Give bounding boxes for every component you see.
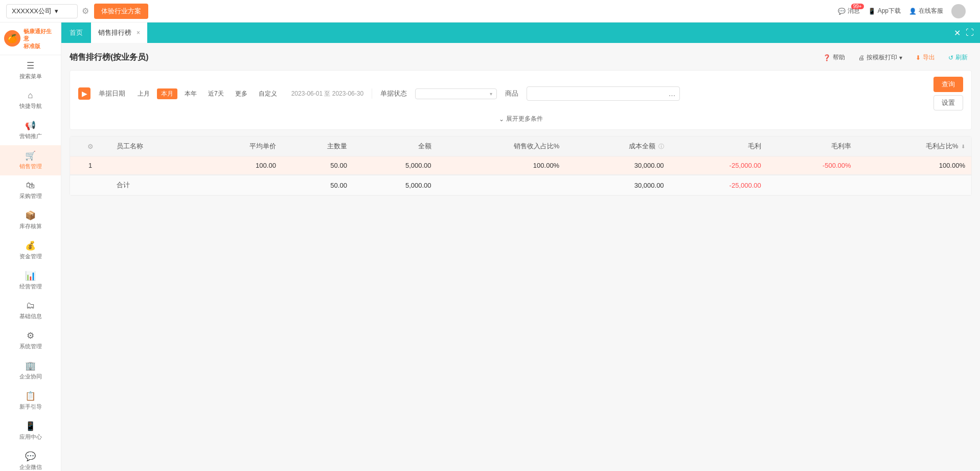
sidebar-item-search-order[interactable]: ☰ 搜索菜单 [0,55,61,85]
refresh-icon: ↺ [948,54,953,61]
finance-icon: 💰 [25,240,36,251]
table-container: ⚙ 员工名称 平均单价 主数量 全额 销售收入占比% 成本全额 ⓘ [70,136,972,196]
wechat-icon: 💬 [25,451,36,462]
app-download-label: App下载 [878,7,901,15]
expand-more-icon: ⌄ [499,116,504,123]
th-cost: 成本全额 ⓘ [565,137,670,156]
print-button[interactable]: 🖨 按模板打印 ▾ [854,51,906,64]
date-tab-custom[interactable]: 自定义 [255,88,281,99]
status-filter-label: 单据状态 [380,89,407,98]
footer-empty [70,175,110,195]
expand-more-label: 展开更多条件 [506,115,543,123]
sidebar-item-label: 销售管理 [19,163,42,170]
export-icon: ⬇ [916,54,921,61]
message-badge: 99+ [851,4,864,9]
export-button[interactable]: ⬇ 导出 [911,51,939,64]
sidebar-item-system[interactable]: ⚙ 系统管理 [0,325,61,355]
cost-info-icon[interactable]: ⓘ [658,143,664,149]
page-header: 销售排行榜(按业务员) ❓ 帮助 🖨 按模板打印 ▾ ⬇ [70,51,972,64]
sidebar-item-marketing[interactable]: 📢 营销推广 [0,115,61,145]
th-amount: 全额 [353,137,438,156]
refresh-button[interactable]: ↺ 刷新 [944,51,972,64]
cell-rank: 1 [70,156,110,175]
app-icon: 📱 [868,8,876,15]
date-tab-7days[interactable]: 近7天 [204,88,228,99]
cell-amount: 5,000.00 [353,156,438,175]
app-download-button[interactable]: 📱 App下载 [868,7,901,15]
expand-more-row: ⌄ 展开更多条件 [78,115,963,123]
footer-amount: 5,000.00 [353,175,438,195]
message-button[interactable]: 💬 消息 99+ [838,7,860,15]
cell-sales-ratio: 100.00% [438,156,566,175]
date-tab-last-month[interactable]: 上月 [133,88,154,99]
avatar[interactable] [951,4,966,18]
status-select[interactable]: ▾ [415,88,497,99]
sidebar-item-quick-nav[interactable]: ⌂ 快捷导航 [0,85,61,115]
online-service-label: 在线客服 [919,7,943,15]
online-service-button[interactable]: 👤 在线客服 [909,7,943,15]
footer-gross-ratio [857,175,971,195]
company-name: XXXXXX公司 [12,7,52,16]
sidebar-item-finance[interactable]: 💰 资金管理 [0,235,61,265]
sidebar-item-enterprise[interactable]: 🏢 企业协同 [0,355,61,386]
tab-close-window-icon[interactable]: ✕ [954,28,961,38]
filter-buttons: 查询 设置 [933,77,963,110]
app-center-icon: 📱 [25,421,36,432]
footer-gross: -25,000.00 [670,175,767,195]
tab-maximize-icon[interactable]: ⛶ [966,28,974,37]
sidebar-item-label: 搜索菜单 [19,73,42,80]
message-icon: 💬 [838,8,846,15]
goods-more-icon[interactable]: ... [669,89,675,98]
help-button[interactable]: ❓ 帮助 [819,51,849,64]
inventory-icon: 📦 [25,210,36,221]
purchase-icon: 🛍 [26,181,35,191]
sidebar-item-sales[interactable]: 🛒 销售管理 [0,145,61,175]
gross-ratio-sort-icon[interactable]: ⬇ [961,144,965,149]
logo-text: 畅康通好生意 标准版 [24,28,57,50]
cell-gross-ratio: 100.00% [857,156,971,175]
sidebar-item-app-center[interactable]: 📱 应用中心 [0,416,61,446]
th-settings[interactable]: ⚙ [70,137,110,156]
tab-sales-ranking[interactable]: 销售排行榜 × [91,23,147,43]
topbar-gear-icon[interactable]: ⚙ [82,6,89,16]
th-gross-ratio: 毛利占比% ⬇ [857,137,971,156]
sidebar-item-label: 新手引导 [19,403,42,411]
system-icon: ⚙ [27,330,34,341]
th-avg-price: 平均单价 [196,137,282,156]
cell-gross-rate: -500.00% [767,156,857,175]
sidebar-item-basics[interactable]: 🗂 基础信息 [0,296,61,325]
date-tab-more[interactable]: 更多 [231,88,252,99]
trial-button[interactable]: 体验行业方案 [94,4,148,19]
date-filter-label: 单据日期 [99,89,125,98]
expand-more-button[interactable]: ⌄ 展开更多条件 [499,115,543,123]
th-gross: 毛利 [670,137,767,156]
search-order-icon: ☰ [27,60,34,71]
date-tab-this-year[interactable]: 本年 [180,88,201,99]
sidebar-item-operations[interactable]: 📊 经营管理 [0,265,61,296]
cell-cost: 30,000.00 [565,156,670,175]
service-icon: 👤 [909,8,917,15]
print-dropdown-icon: ▾ [899,54,902,61]
sidebar-item-label: 营销推广 [19,132,42,140]
footer-cost: 30,000.00 [565,175,670,195]
filter-expand-arrow[interactable]: ▶ [78,87,90,100]
ranking-table: ⚙ 员工名称 平均单价 主数量 全额 销售收入占比% 成本全额 ⓘ [70,137,971,195]
tab-label: 销售排行榜 [98,28,131,37]
tab-close-icon[interactable]: × [136,29,140,36]
settings-button[interactable]: 设置 [933,95,963,110]
sidebar-item-inventory[interactable]: 📦 库存核算 [0,205,61,235]
date-tab-this-month[interactable]: 本月 [157,88,177,99]
sidebar-item-wechat[interactable]: 💬 企业微信 [0,446,61,471]
sidebar-item-guide[interactable]: 📋 新手引导 [0,386,61,416]
filter-area: ▶ 单据日期 上月 本月 本年 近7天 更多 自定义 2023-06-01 至 … [70,70,972,130]
status-select-arrow: ▾ [490,91,492,97]
goods-select[interactable]: ... [527,86,680,101]
company-selector[interactable]: XXXXXX公司 ▾ [6,4,78,18]
sales-icon: 🛒 [25,150,36,161]
sidebar-item-label: 应用中心 [19,433,42,441]
table-row: 1 100.00 50.00 5,000.00 100.00% 30,000.0… [70,156,971,175]
query-button[interactable]: 查询 [933,77,963,92]
tab-home[interactable]: 首页 [61,23,91,43]
sidebar-item-label: 快捷导航 [19,102,42,110]
sidebar-item-purchase[interactable]: 🛍 采购管理 [0,175,61,205]
